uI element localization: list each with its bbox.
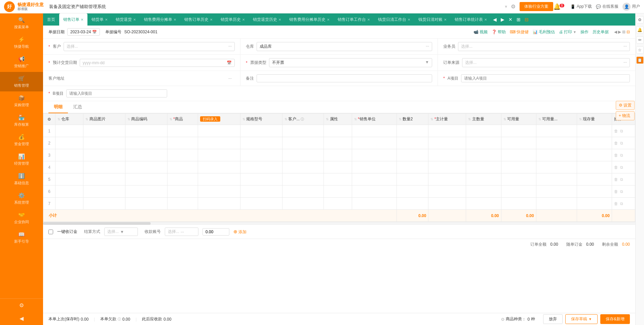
cell-customer-sku[interactable] xyxy=(282,149,324,161)
cell-product[interactable] xyxy=(167,186,198,198)
cell-actions[interactable]: 🗑 ⧉ xyxy=(612,198,635,210)
col-main-qty[interactable]: ⇅ 主数量 xyxy=(466,114,501,125)
cell-current-stock[interactable] xyxy=(577,149,612,161)
cell-available[interactable] xyxy=(501,149,536,161)
tab-4[interactable]: 销售费用分摊单✕ xyxy=(140,13,180,26)
cell-sku[interactable] xyxy=(125,137,167,149)
cell-spec[interactable] xyxy=(240,137,282,149)
cell-qty2[interactable] xyxy=(396,198,428,210)
copy-icon[interactable]: ⧉ xyxy=(620,165,623,170)
cell-available2[interactable] xyxy=(536,137,577,149)
cell-qty2[interactable] xyxy=(396,137,428,149)
nav-prev[interactable]: ◀ xyxy=(614,30,617,34)
cell-sku[interactable] xyxy=(125,198,167,210)
copy-icon[interactable]: ⧉ xyxy=(620,189,623,194)
cell-available[interactable] xyxy=(501,125,536,137)
warehouse-input[interactable]: 成品库 ··· xyxy=(257,42,432,51)
cell-attr[interactable] xyxy=(324,125,352,137)
cell-attr[interactable] xyxy=(324,198,352,210)
tab-6[interactable]: 销货单历史✕ xyxy=(217,13,249,26)
delivery-input[interactable]: yyyy-mm-dd 📅 xyxy=(80,59,235,67)
col-current-stock[interactable]: ⇅ 现存量 xyxy=(577,114,612,125)
cell-actions[interactable]: 🗑 ⧉ xyxy=(612,173,635,186)
tab-detail[interactable]: 明细 xyxy=(48,101,68,113)
cell-scan[interactable] xyxy=(198,137,240,149)
cell-main-unit[interactable] xyxy=(428,161,466,173)
rs-edit-icon[interactable]: ✏ xyxy=(636,36,644,44)
cell-warehouse[interactable] xyxy=(55,137,83,149)
cell-available2[interactable] xyxy=(536,149,577,161)
cell-unit[interactable] xyxy=(352,125,396,137)
dropdown-icon[interactable]: ▼ xyxy=(504,4,508,9)
cell-main-unit[interactable] xyxy=(428,173,466,186)
cell-available2[interactable] xyxy=(536,125,577,137)
nav-next[interactable]: ▶ xyxy=(618,30,621,34)
rs-star-icon[interactable]: ☆ xyxy=(636,46,644,54)
cell-product[interactable] xyxy=(167,161,198,173)
cell-warehouse[interactable] xyxy=(55,186,83,198)
cell-spec[interactable] xyxy=(240,161,282,173)
shortcut-btn[interactable]: ⌨快捷键 xyxy=(510,29,529,35)
cell-unit[interactable] xyxy=(352,198,396,210)
cell-main-unit[interactable] xyxy=(428,125,466,137)
cell-current-stock[interactable] xyxy=(577,173,612,186)
delete-icon[interactable]: 🗑 xyxy=(614,177,618,182)
sidebar-item-1[interactable]: ⚡快捷导航 xyxy=(0,33,43,52)
cell-main-unit[interactable] xyxy=(428,186,466,198)
cell-product[interactable] xyxy=(167,198,198,210)
cell-unit[interactable] xyxy=(352,149,396,161)
col-settings[interactable]: ⚙ xyxy=(43,114,55,125)
cell-qty2[interactable] xyxy=(396,149,428,161)
cell-image[interactable] xyxy=(83,149,125,161)
cell-available[interactable] xyxy=(501,173,536,186)
tab-close-all[interactable]: ✕ xyxy=(506,13,515,26)
payment-amount[interactable] xyxy=(202,228,229,236)
cell-spec[interactable] xyxy=(240,173,282,186)
history-btn[interactable]: 历史单据 xyxy=(593,29,609,35)
tab-summary[interactable]: 汇总 xyxy=(68,101,87,113)
cell-image[interactable] xyxy=(83,186,125,198)
cell-available[interactable] xyxy=(501,137,536,149)
cell-warehouse[interactable] xyxy=(55,198,83,210)
cell-scan[interactable] xyxy=(198,198,240,210)
cell-main-qty[interactable] xyxy=(466,186,501,198)
cell-customer-sku[interactable] xyxy=(282,186,324,198)
cell-qty2[interactable] xyxy=(396,186,428,198)
cell-available2[interactable] xyxy=(536,186,577,198)
cell-actions[interactable]: 🗑 ⧉ xyxy=(612,137,635,149)
col-available2[interactable]: ⇅ 可用量... xyxy=(536,114,577,125)
delete-icon[interactable]: 🗑 xyxy=(614,201,618,206)
cell-attr[interactable] xyxy=(324,149,352,161)
order-source-input[interactable]: 选择... ··· xyxy=(462,58,630,67)
cell-current-stock[interactable] xyxy=(577,186,612,198)
cell-main-qty[interactable] xyxy=(466,149,501,161)
sidebar-collapse[interactable]: ◀ xyxy=(0,312,43,325)
cell-image[interactable] xyxy=(83,198,125,210)
cell-attr[interactable] xyxy=(324,186,352,198)
sidebar-item-9[interactable]: ⚙️系统管理 xyxy=(0,189,43,208)
tab-3[interactable]: 销货退货✕ xyxy=(112,13,140,26)
cell-product[interactable] xyxy=(167,137,198,149)
sidebar-item-11[interactable]: 📖新手引导 xyxy=(0,228,43,247)
cell-attr[interactable] xyxy=(324,173,352,186)
settings-icon[interactable]: ⚙ xyxy=(511,3,516,10)
cell-unit[interactable] xyxy=(352,173,396,186)
cell-available2[interactable] xyxy=(536,161,577,173)
col-warehouse[interactable]: ⇅ 仓库 xyxy=(55,114,83,125)
cell-available2[interactable] xyxy=(536,198,577,210)
cell-available[interactable] xyxy=(501,161,536,173)
tab-8[interactable]: 销售费用分摊单历史✕ xyxy=(285,13,334,26)
cell-scan[interactable] xyxy=(198,161,240,173)
delete-icon[interactable]: 🗑 xyxy=(614,153,618,158)
print-btn[interactable]: 🖨打印 ▼ xyxy=(559,29,576,35)
cell-image[interactable] xyxy=(83,137,125,149)
cell-attr[interactable] xyxy=(324,137,352,149)
cell-main-qty[interactable] xyxy=(466,137,501,149)
cell-available[interactable] xyxy=(501,186,536,198)
copy-icon[interactable]: ⧉ xyxy=(620,201,623,206)
cell-attr[interactable] xyxy=(324,161,352,173)
delete-icon[interactable]: 🗑 xyxy=(614,165,618,170)
tab-12[interactable]: 销售订单统计表✕ xyxy=(451,13,491,26)
cell-sku[interactable] xyxy=(125,186,167,198)
tab-grid-btn[interactable]: ⊞ xyxy=(515,13,523,26)
